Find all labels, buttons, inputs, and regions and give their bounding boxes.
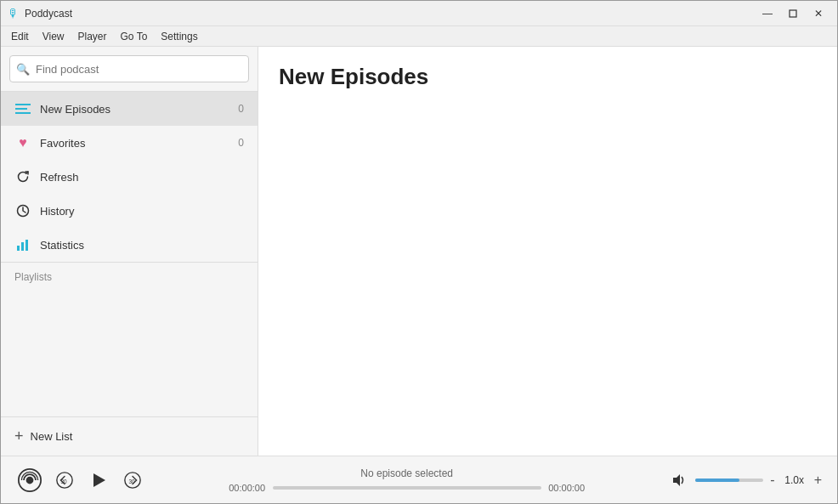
titlebar: 🎙 Poddycast — ✕ [1,1,837,26]
sidebar-item-favorites[interactable]: ♥ Favorites 0 [1,126,258,160]
plus-icon: + [14,428,24,445]
app-icon: 🎙 [8,7,20,20]
search-input[interactable] [9,55,249,82]
search-wrapper: 🔍 [9,55,249,82]
titlebar-left: 🎙 Poddycast [8,7,72,20]
time-total: 00:00:00 [548,483,586,493]
speed-label: 1.0x [782,474,807,486]
restore-button[interactable] [781,5,805,22]
page-title: New Episodes [279,64,817,90]
statistics-icon [14,238,31,252]
rewind-button[interactable]: 30 [52,467,77,493]
playlists-area [1,286,258,416]
menu-edit[interactable]: Edit [4,26,36,46]
content-area: New Episodes [258,47,837,456]
menubar: Edit View Player Go To Settings [1,26,837,47]
svg-rect-6 [21,242,24,251]
new-episodes-label: New Episodes [40,103,238,116]
progress-row: 00:00:00 00:00:00 [229,483,586,493]
speed-plus-button[interactable]: + [813,473,824,488]
favorites-label: Favorites [40,137,238,150]
history-label: History [40,205,244,218]
close-button[interactable]: ✕ [807,5,830,22]
minimize-button[interactable]: — [756,5,779,22]
player-right: - 1.0x + [668,469,824,491]
sidebar-item-refresh[interactable]: Refresh [1,160,258,194]
new-list-button[interactable]: + New List [1,416,258,456]
sidebar: 🔍 New Episodes 0 ♥ [1,47,258,456]
refresh-label: Refresh [40,171,244,184]
sidebar-item-history[interactable]: History [1,194,258,228]
new-list-label: New List [31,430,73,443]
svg-point-9 [26,476,34,484]
play-icon [89,471,108,490]
playlists-section-header: Playlists [1,262,258,286]
volume-fill [695,479,739,482]
menu-goto[interactable]: Go To [114,26,155,46]
player-bar: 30 30 No episode selected 00:00:00 00:00… [1,456,837,503]
time-current: 00:00:00 [229,483,266,493]
menu-player[interactable]: Player [71,26,113,46]
sidebar-item-new-episodes[interactable]: New Episodes 0 [1,92,258,126]
episode-label: No episode selected [360,467,453,479]
titlebar-title: Poddycast [25,8,72,20]
nav-items: New Episodes 0 ♥ Favorites 0 Refresh [1,92,258,262]
restore-icon [789,9,797,18]
main-layout: 🔍 New Episodes 0 ♥ [1,47,837,456]
playlists-label: Playlists [14,271,52,283]
svg-marker-12 [93,473,105,487]
sidebar-item-statistics[interactable]: Statistics [1,228,258,262]
titlebar-controls: — ✕ [756,5,830,22]
svg-rect-7 [25,240,28,251]
podcast-icon [18,467,42,494]
refresh-icon [14,170,31,184]
statistics-label: Statistics [40,239,244,252]
podcast-icon-button[interactable] [14,465,45,496]
play-button[interactable] [84,466,113,495]
menu-settings[interactable]: Settings [154,26,204,46]
history-icon [14,204,31,218]
forward-button[interactable]: 30 [120,467,145,493]
player-center: No episode selected 00:00:00 00:00:00 [152,467,661,493]
svg-rect-5 [17,246,20,251]
svg-marker-15 [673,474,680,486]
new-episodes-icon [14,103,31,115]
progress-bar[interactable] [273,486,541,490]
search-container: 🔍 [1,47,258,92]
menu-view[interactable]: View [36,26,71,46]
favorites-icon: ♥ [14,135,31,150]
volume-button[interactable] [668,469,690,491]
volume-icon [671,473,687,488]
rewind-icon: 30 [55,470,74,490]
new-episodes-count: 0 [238,103,244,115]
svg-rect-0 [790,10,796,17]
forward-icon: 30 [123,470,142,490]
speed-minus-button[interactable]: - [768,473,776,488]
volume-bar[interactable] [695,479,763,482]
favorites-count: 0 [238,137,244,149]
